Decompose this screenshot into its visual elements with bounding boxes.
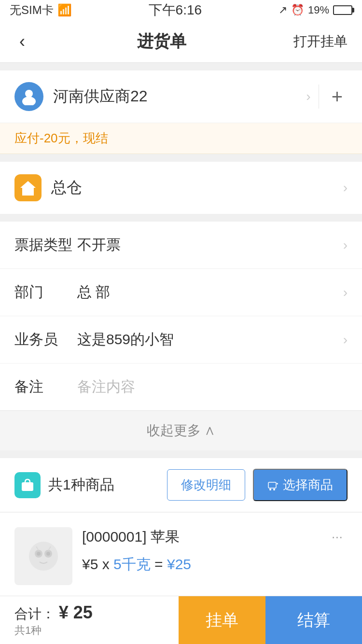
ticket-type-label: 票据类型 — [14, 235, 72, 255]
svg-point-12 — [37, 552, 41, 556]
battery-percent: 19% — [308, 4, 329, 16]
total-count: 共1种 — [14, 623, 164, 638]
equals-sign: = — [154, 556, 167, 572]
chevron-right-icon: › — [343, 332, 348, 348]
person-icon — [20, 88, 38, 105]
remark-row[interactable]: 备注 备注内容 — [0, 364, 362, 410]
open-hang-button[interactable]: 打开挂单 — [293, 32, 348, 51]
home-icon — [19, 179, 37, 196]
svg-point-1 — [22, 97, 36, 105]
dept-value: 总 部 — [72, 282, 343, 302]
svg-rect-3 — [22, 482, 33, 491]
bottom-bar: 合计： ¥ 25 共1种 挂单 结算 — [0, 596, 362, 644]
multiply-sign: x — [102, 556, 113, 572]
supplier-section: 河南供应商22 › + 应付-20元，现结 — [0, 70, 362, 154]
add-supplier-button[interactable]: + — [327, 86, 348, 108]
total-label: 合计： — [14, 606, 55, 621]
select-product-button[interactable]: 选择商品 — [253, 469, 348, 501]
cart-icon — [267, 479, 279, 491]
dept-label: 部门 — [14, 282, 72, 302]
chevron-right-icon: › — [306, 89, 310, 104]
staff-row[interactable]: 业务员 这是859的小智 › — [0, 316, 362, 364]
carrier-text: 无SIM卡 — [10, 2, 54, 18]
edit-detail-button[interactable]: 修改明细 — [167, 469, 245, 501]
svg-point-13 — [46, 552, 50, 556]
owl-logo — [24, 537, 63, 575]
alarm-icon: ⏰ — [291, 4, 304, 16]
product-count-label: 共1种商品 — [48, 475, 159, 495]
product-item: [0000001] 苹果 ¥5 x 5千克 = ¥25 ··· — [0, 513, 362, 600]
product-info: [0000001] 苹果 ¥5 x 5千克 = ¥25 — [82, 527, 317, 574]
status-right: ↗ ⏰ 19% — [278, 4, 352, 16]
warehouse-name: 总仓 — [51, 177, 343, 198]
product-price: ¥5 x 5千克 = ¥25 — [82, 555, 317, 574]
quantity: 5千克 — [113, 556, 151, 572]
status-bar: 无SIM卡 📶 下午6:16 ↗ ⏰ 19% — [0, 0, 362, 20]
status-time: 下午6:16 — [149, 1, 202, 19]
chevron-right-icon: › — [343, 180, 348, 196]
supplier-name: 河南供应商22 — [53, 86, 306, 107]
dept-row[interactable]: 部门 总 部 › — [0, 269, 362, 316]
product-count-icon — [14, 472, 41, 498]
product-title: 苹果 — [151, 529, 180, 545]
shopping-bag-icon — [20, 477, 35, 493]
svg-rect-4 — [268, 482, 276, 488]
supplier-avatar — [14, 82, 43, 111]
total-section: 合计： ¥ 25 共1种 — [0, 596, 179, 644]
content-area: 河南供应商22 › + 应付-20元，现结 总仓 › 票据类型 不开票 › 部门… — [0, 70, 362, 644]
wifi-icon: 📶 — [57, 3, 72, 17]
remark-label: 备注 — [14, 377, 72, 397]
svg-point-0 — [25, 90, 33, 98]
total-row: 合计： ¥ 25 — [14, 602, 164, 623]
hang-button[interactable]: 挂单 — [179, 596, 265, 644]
product-code: [0000001] — [82, 529, 146, 545]
chevron-right-icon: › — [343, 285, 348, 300]
collapse-toggle[interactable]: 收起更多 ∧ — [0, 410, 362, 450]
supplier-notice: 应付-20元，现结 — [0, 123, 362, 154]
remark-input[interactable]: 备注内容 — [72, 377, 348, 397]
product-thumbnail — [14, 527, 72, 585]
item-total: ¥25 — [167, 556, 191, 572]
svg-point-7 — [269, 489, 271, 490]
status-left: 无SIM卡 📶 — [10, 2, 72, 18]
page-title: 进货单 — [137, 30, 186, 53]
svg-marker-2 — [20, 181, 36, 196]
unit-price: ¥5 — [82, 556, 98, 572]
chevron-right-icon: › — [343, 238, 348, 253]
svg-point-8 — [273, 489, 275, 490]
supplier-row[interactable]: 河南供应商22 › + — [0, 70, 362, 123]
staff-value: 这是859的小智 — [72, 330, 343, 350]
select-product-label: 选择商品 — [283, 476, 333, 493]
ticket-type-row[interactable]: 票据类型 不开票 › — [0, 222, 362, 269]
ticket-type-value: 不开票 — [72, 235, 343, 255]
staff-label: 业务员 — [14, 330, 72, 350]
product-more-button[interactable]: ··· — [327, 527, 348, 546]
product-name: [0000001] 苹果 — [82, 527, 317, 547]
form-section: 票据类型 不开票 › 部门 总 部 › 业务员 这是859的小智 › 备注 备注… — [0, 222, 362, 410]
svg-point-9 — [29, 542, 58, 571]
product-header: 共1种商品 修改明细 选择商品 — [0, 458, 362, 512]
nav-bar: ‹ 进货单 打开挂单 — [0, 20, 362, 63]
divider — [319, 84, 319, 109]
total-amount: ¥ 25 — [59, 602, 93, 622]
back-button[interactable]: ‹ — [14, 27, 30, 56]
warehouse-section[interactable]: 总仓 › — [0, 162, 362, 214]
warehouse-icon — [14, 174, 42, 201]
battery-icon — [333, 5, 352, 15]
checkout-button[interactable]: 结算 — [265, 596, 362, 644]
location-icon: ↗ — [278, 4, 287, 16]
